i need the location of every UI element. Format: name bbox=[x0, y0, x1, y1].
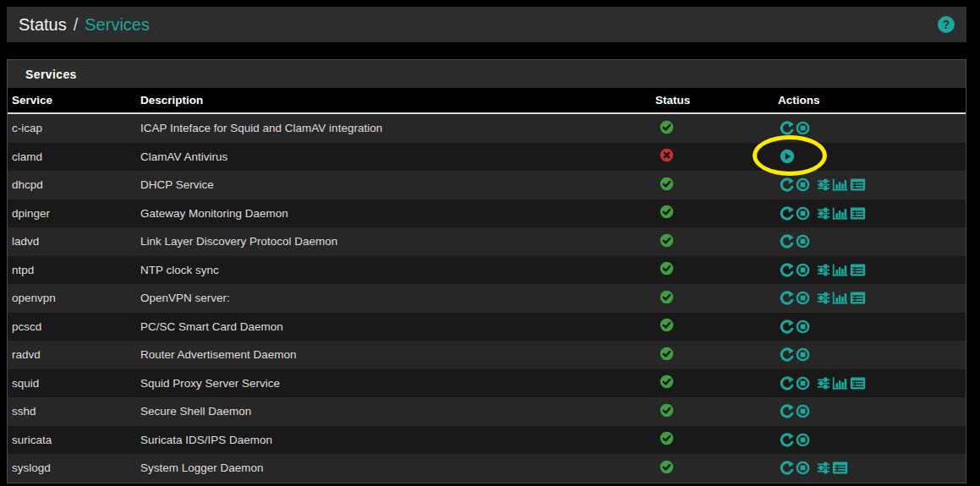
service-name-cell: dhcpd bbox=[8, 171, 134, 199]
service-description-cell: NTP clock sync bbox=[134, 256, 651, 285]
service-status-cell bbox=[651, 369, 775, 398]
service-description-cell: Squid Proxy Server Service bbox=[134, 369, 651, 398]
table-row: clamdClamAV Antivirus bbox=[8, 143, 966, 172]
service-actions-cell bbox=[775, 426, 966, 455]
table-icon[interactable] bbox=[850, 177, 866, 192]
service-name-cell: pcscd bbox=[8, 313, 134, 341]
service-name-cell: openvpn bbox=[8, 284, 134, 313]
check-circle-icon bbox=[660, 403, 674, 418]
table-row: c-icapICAP Inteface for Squid and ClamAV… bbox=[8, 113, 966, 143]
restart-icon[interactable] bbox=[780, 121, 794, 135]
restart-icon[interactable] bbox=[780, 376, 794, 390]
service-actions-cell bbox=[775, 454, 966, 483]
stop-circle-icon[interactable] bbox=[796, 347, 810, 362]
bar-chart-icon[interactable] bbox=[832, 206, 848, 221]
panel-title: Services bbox=[8, 60, 966, 88]
service-status-cell bbox=[651, 171, 775, 199]
sliders-icon[interactable] bbox=[817, 461, 830, 475]
service-actions-cell bbox=[775, 341, 966, 369]
restart-icon[interactable] bbox=[780, 433, 794, 447]
service-status-cell bbox=[651, 426, 775, 455]
service-description-cell: Router Advertisement Daemon bbox=[134, 341, 651, 369]
stop-circle-icon[interactable] bbox=[796, 291, 810, 305]
breadcrumb: Status / Services ? bbox=[7, 7, 966, 42]
service-actions-cell bbox=[775, 227, 966, 256]
check-circle-icon bbox=[660, 205, 674, 219]
table-row: squidSquid Proxy Server Service bbox=[8, 369, 966, 398]
stop-circle-icon[interactable] bbox=[796, 404, 810, 418]
sliders-icon[interactable] bbox=[817, 263, 830, 277]
check-circle-icon bbox=[660, 431, 674, 445]
service-status-cell bbox=[651, 313, 775, 341]
services-table-body: c-icapICAP Inteface for Squid and ClamAV… bbox=[8, 113, 966, 483]
service-status-cell bbox=[651, 397, 775, 426]
table-row: sshdSecure Shell Daemon bbox=[8, 397, 966, 426]
service-name-cell: radvd bbox=[8, 341, 134, 369]
stop-circle-icon[interactable] bbox=[796, 234, 810, 248]
table-icon[interactable] bbox=[850, 291, 866, 305]
check-circle-icon bbox=[660, 347, 674, 361]
stop-circle-icon[interactable] bbox=[796, 121, 810, 135]
service-actions-cell bbox=[775, 284, 966, 313]
sliders-icon[interactable] bbox=[817, 177, 830, 192]
col-header-service: Service bbox=[8, 88, 134, 113]
play-circle-icon[interactable] bbox=[780, 149, 795, 164]
restart-icon[interactable] bbox=[780, 234, 794, 248]
service-actions-cell bbox=[775, 113, 966, 143]
table-icon[interactable] bbox=[850, 206, 866, 221]
service-status-cell bbox=[651, 199, 775, 228]
bar-chart-icon[interactable] bbox=[832, 291, 848, 305]
check-circle-icon bbox=[660, 290, 674, 304]
service-status-cell bbox=[651, 143, 775, 172]
help-glyph: ? bbox=[943, 18, 950, 31]
restart-icon[interactable] bbox=[780, 461, 794, 475]
restart-icon[interactable] bbox=[780, 319, 794, 334]
stop-circle-icon[interactable] bbox=[796, 461, 810, 475]
sliders-icon[interactable] bbox=[817, 291, 830, 305]
service-actions-cell bbox=[775, 171, 966, 199]
check-circle-icon bbox=[660, 233, 674, 248]
col-header-actions: Actions bbox=[775, 88, 966, 113]
restart-icon[interactable] bbox=[780, 404, 794, 418]
bar-chart-icon[interactable] bbox=[832, 263, 848, 277]
table-icon[interactable] bbox=[850, 376, 866, 390]
sliders-icon[interactable] bbox=[817, 376, 830, 390]
service-name-cell: ntpd bbox=[8, 256, 134, 285]
help-icon[interactable]: ? bbox=[938, 16, 955, 33]
service-name-cell: dpinger bbox=[8, 199, 134, 228]
service-status-cell bbox=[651, 256, 775, 285]
restart-icon[interactable] bbox=[780, 177, 794, 192]
service-status-cell bbox=[651, 113, 775, 143]
table-row: pcscdPC/SC Smart Card Daemon bbox=[8, 313, 966, 341]
stop-circle-icon[interactable] bbox=[796, 206, 810, 221]
service-description-cell: Gateway Monitoring Daemon bbox=[134, 199, 651, 228]
stop-circle-icon[interactable] bbox=[796, 319, 810, 334]
x-circle-icon bbox=[660, 148, 674, 162]
restart-icon[interactable] bbox=[780, 263, 794, 277]
check-circle-icon bbox=[660, 261, 674, 276]
table-icon[interactable] bbox=[832, 461, 848, 475]
service-status-cell bbox=[651, 284, 775, 313]
breadcrumb-services-link[interactable]: Services bbox=[85, 15, 150, 35]
table-header-row: Service Description Status Actions bbox=[8, 88, 966, 113]
service-name-cell: syslogd bbox=[8, 454, 134, 483]
restart-icon[interactable] bbox=[780, 206, 794, 221]
bar-chart-icon[interactable] bbox=[832, 177, 848, 192]
col-header-description: Description bbox=[134, 88, 651, 113]
sliders-icon[interactable] bbox=[817, 206, 830, 221]
check-circle-icon bbox=[660, 460, 674, 474]
stop-circle-icon[interactable] bbox=[796, 433, 810, 447]
service-description-cell: PC/SC Smart Card Daemon bbox=[134, 313, 651, 341]
col-header-status: Status bbox=[651, 88, 775, 113]
check-circle-icon bbox=[660, 318, 674, 332]
stop-circle-icon[interactable] bbox=[796, 376, 810, 390]
restart-icon[interactable] bbox=[780, 291, 794, 305]
service-actions-cell bbox=[775, 256, 966, 285]
bar-chart-icon[interactable] bbox=[832, 376, 848, 390]
breadcrumb-status-link[interactable]: Status bbox=[19, 15, 67, 35]
stop-circle-icon[interactable] bbox=[796, 177, 810, 192]
table-row: syslogdSystem Logger Daemon bbox=[8, 454, 966, 483]
stop-circle-icon[interactable] bbox=[796, 263, 810, 277]
restart-icon[interactable] bbox=[780, 347, 794, 362]
table-icon[interactable] bbox=[850, 263, 866, 277]
